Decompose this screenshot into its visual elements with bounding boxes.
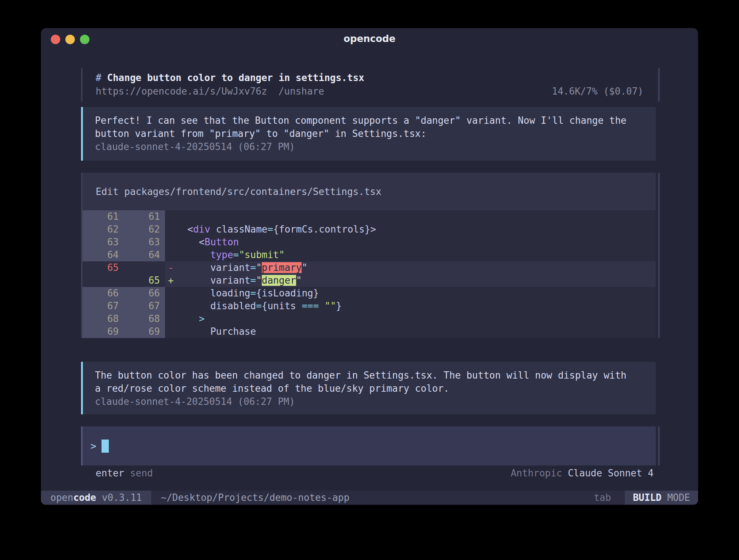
old-line-number: 65	[83, 261, 124, 274]
old-line-number: 63	[83, 236, 124, 249]
diff-code-line: variant="danger"	[176, 274, 656, 287]
diff-code-line: type="submit"	[176, 249, 656, 261]
send-action-hint: send	[130, 468, 153, 479]
app-version-badge: opencode v0.3.11	[41, 491, 151, 505]
hash-prefix: #	[96, 72, 102, 83]
status-bar: opencode v0.3.11 ~/Desktop/Projects/demo…	[41, 491, 698, 505]
text-cursor	[102, 440, 109, 453]
model-spacer	[562, 468, 568, 479]
enter-key-hint: enter	[96, 468, 124, 479]
session-title: # Change button color to danger in setti…	[96, 71, 660, 85]
working-directory-path: ~/Desktop/Projects/demo-notes-app	[161, 492, 349, 503]
diff-row: 6969 Purchase	[83, 325, 656, 338]
tab-key-hint[interactable]: tab	[594, 492, 611, 503]
diff-row: 6666 loading={isLoading}	[83, 287, 656, 300]
old-line-number: 62	[83, 223, 124, 236]
diff-row: 6262 <div className={formCs.controls}>	[83, 223, 656, 236]
message-line: The button color has been changed to dan…	[95, 369, 656, 382]
app-name-code: code	[73, 492, 96, 503]
session-header: # Change button color to danger in setti…	[81, 68, 660, 101]
new-line-number: 65	[124, 274, 165, 287]
diff-code-line: disabled={units === ""}	[176, 300, 656, 312]
diff-row: 6363 <Button	[83, 236, 656, 249]
diff-sign	[165, 210, 176, 223]
token-usage-stats: 14.6K/7% ($0.07)	[552, 85, 643, 98]
unshare-command[interactable]: /unshare	[279, 86, 324, 97]
message-line: button variant from "primary" to "danger…	[95, 127, 656, 140]
share-url-link[interactable]: https://opencode.ai/s/UwJxv76z	[96, 86, 267, 97]
diff-code-line: variant="primary"	[176, 261, 656, 274]
diff-sign	[165, 236, 176, 249]
prompt-symbol: >	[91, 441, 96, 452]
new-line-number: 61	[124, 210, 165, 223]
model-name: Claude Sonnet 4	[568, 468, 654, 479]
diff-row: 65+ variant="danger"	[83, 274, 656, 287]
hint-spacer	[124, 468, 130, 479]
content-column: # Change button color to danger in setti…	[81, 68, 660, 479]
session-subline: https://opencode.ai/s/UwJxv76z/unshare 1…	[96, 85, 660, 98]
diff-table: 61616262 <div className={formCs.controls…	[83, 210, 656, 338]
share-url-group: https://opencode.ai/s/UwJxv76z/unshare	[96, 85, 324, 98]
new-line-number: 64	[124, 249, 165, 261]
diff-sign	[165, 223, 176, 236]
message-model-timestamp: claude-sonnet-4-20250514 (06:27 PM)	[95, 140, 656, 153]
diff-code-line: Purchase	[176, 325, 656, 338]
old-line-number: 61	[83, 210, 124, 223]
mode-primary: BUILD	[633, 492, 661, 503]
mode-secondary: MODE	[667, 492, 690, 503]
diff-code-line: <Button	[176, 236, 656, 249]
new-line-number: 69	[124, 325, 165, 338]
diff-row: 6464 type="submit"	[83, 249, 656, 261]
old-line-number	[83, 274, 124, 287]
window-title: opencode	[41, 33, 698, 44]
prompt-input[interactable]: >	[81, 426, 656, 465]
diff-code-line: loading={isLoading}	[176, 287, 656, 300]
diff-sign: +	[165, 274, 176, 287]
app-version: v0.3.11	[102, 492, 142, 503]
new-line-number: 62	[124, 223, 165, 236]
old-line-number: 69	[83, 325, 124, 338]
diff-sign	[165, 325, 176, 338]
message-line: Perfect! I can see that the Button compo…	[95, 114, 656, 127]
model-indicator: Anthropic Claude Sonnet 4	[511, 468, 654, 479]
prompt-input-block: >	[81, 426, 660, 465]
edit-tool-header: Edit packages/frontend/src/containers/Se…	[83, 173, 656, 210]
diff-row: 6767 disabled={units === ""}	[83, 300, 656, 312]
diff-row: 6868 >	[83, 312, 656, 325]
diff-code-line: <div className={formCs.controls}>	[176, 223, 656, 236]
new-line-number	[124, 261, 165, 274]
diff-sign	[165, 312, 176, 325]
new-line-number: 66	[124, 287, 165, 300]
app-name-open: open	[50, 492, 73, 503]
new-line-number: 63	[124, 236, 165, 249]
new-line-number: 67	[124, 300, 165, 312]
edit-tool-card: Edit packages/frontend/src/containers/Se…	[81, 173, 660, 338]
diff-row: 65- variant="primary"	[83, 261, 656, 274]
diff-sign	[165, 249, 176, 261]
diff-sign	[165, 287, 176, 300]
message-line: a red/rose color scheme instead of the b…	[95, 382, 656, 395]
diff-code-line	[176, 210, 656, 223]
diff-sign: -	[165, 261, 176, 274]
old-line-number: 64	[83, 249, 124, 261]
session-title-text: Change button color to danger in setting…	[102, 72, 364, 83]
assistant-message: The button color has been changed to dan…	[81, 362, 656, 414]
model-provider: Anthropic	[511, 468, 562, 479]
diff-row: 6161	[83, 210, 656, 223]
old-line-number: 67	[83, 300, 124, 312]
new-line-number: 68	[124, 312, 165, 325]
hint-row: enter send Anthropic Claude Sonnet 4	[81, 468, 660, 479]
assistant-message: Perfect! I can see that the Button compo…	[81, 107, 656, 161]
diff-code-line: >	[176, 312, 656, 325]
window-titlebar: opencode	[41, 28, 698, 51]
mode-badge[interactable]: BUILD MODE	[625, 491, 698, 505]
message-model-timestamp: claude-sonnet-4-20250514 (06:27 PM)	[95, 395, 656, 408]
opencode-window: opencode # Change button color to danger…	[41, 28, 698, 505]
diff-sign	[165, 300, 176, 312]
send-hint: enter send	[96, 468, 153, 479]
old-line-number: 66	[83, 287, 124, 300]
old-line-number: 68	[83, 312, 124, 325]
